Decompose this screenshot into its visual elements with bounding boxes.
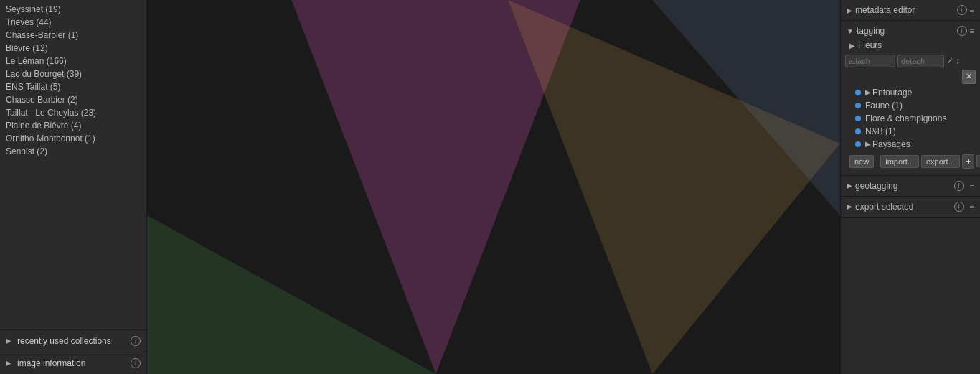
geotagging-section: ▶ geotagging i ≡ <box>841 176 980 197</box>
tag-bullet-entourage <box>855 90 861 95</box>
sidebar-item-9[interactable]: Plaine de Bièvre (4) <box>0 119 146 132</box>
tag-label-entourage: Entourage <box>872 88 912 98</box>
geotagging-label: geotagging <box>855 181 897 191</box>
tag-label-nb: N&B (1) <box>865 126 896 136</box>
photo-grid: ✕ ☆ ☆ ☆ ☆ ☆ 🙂 RW2 <box>147 0 840 6</box>
tag-attach-input[interactable] <box>845 55 895 67</box>
metadata-editor-info-icon[interactable]: i <box>957 5 967 15</box>
tag-sort-icon[interactable]: ↕ <box>956 56 960 66</box>
geotagging-arrow: ▶ <box>847 182 852 190</box>
plus-button[interactable]: + <box>962 154 975 169</box>
tag-row-flore[interactable]: Flore & champignons <box>841 112 980 125</box>
recently-used-header[interactable]: ▶ recently used collections i <box>0 333 146 349</box>
import-button[interactable]: import... <box>880 155 919 168</box>
sidebar-list[interactable]: Seyssinet (19) Trièves (44) Chasse-Barbi… <box>0 0 146 329</box>
tagging-header[interactable]: ▼ tagging i ≡ <box>841 24 980 38</box>
geotagging-info-icon[interactable]: i <box>954 181 964 191</box>
tagging-edit-icon[interactable]: ≡ <box>970 27 974 35</box>
sidebar-item-11[interactable]: Sennist (2) <box>0 145 146 158</box>
export-selected-header[interactable]: ▶ export selected i ≡ <box>841 200 980 214</box>
tagging-section: ▼ tagging i ≡ ▶ Fleurs ✓ ↕ ✕ ▶ Entourage <box>841 21 980 176</box>
tag-bullet-nb <box>855 128 861 134</box>
sidebar-item-0[interactable]: Seyssinet (19) <box>0 3 146 16</box>
export-selected-label: export selected <box>855 202 913 212</box>
svg-marker-9 <box>291 0 580 374</box>
tag-row-faune[interactable]: Faune (1) <box>841 99 980 112</box>
export-selected-edit-icon[interactable]: ≡ <box>970 202 974 212</box>
sidebar-item-3[interactable]: Bièvre (12) <box>0 42 146 55</box>
image-information-section: ▶ image information i <box>0 352 146 374</box>
metadata-editor-arrow: ▶ <box>847 6 852 14</box>
photo-grid-wrapper: ✕ ☆ ☆ ☆ ☆ ☆ 🙂 RW2 <box>147 0 840 374</box>
geotagging-edit-icon[interactable]: ≡ <box>970 181 974 191</box>
image-information-label: image information <box>17 358 85 368</box>
tag-input-row: ✓ ↕ <box>841 52 980 70</box>
tag-label-faune: Faune (1) <box>865 100 903 111</box>
recently-used-section: ▶ recently used collections i <box>0 329 146 352</box>
tag-buttons-row: new import... export... + ⊞ <box>841 151 980 172</box>
sidebar-item-2[interactable]: Chasse-Barbier (1) <box>0 29 146 42</box>
tag-check-icon[interactable]: ✓ <box>946 56 953 66</box>
recently-used-info-icon[interactable]: i <box>131 336 141 346</box>
metadata-editor-edit-icon[interactable]: ≡ <box>970 6 974 14</box>
tag-detach-input[interactable] <box>897 55 944 67</box>
fleurs-row: ▶ Fleurs <box>841 38 980 52</box>
image-information-info-icon[interactable]: i <box>131 358 141 368</box>
tag-label-flore: Flore & champignons <box>865 113 946 123</box>
image-information-arrow: ▶ <box>6 359 14 368</box>
tagging-info-icon[interactable]: i <box>957 26 967 36</box>
recently-used-label: recently used collections <box>17 336 111 346</box>
main-content: ✕ ☆ ☆ ☆ ☆ ☆ 🙂 RW2 <box>147 0 840 374</box>
export-tag-button[interactable]: export... <box>921 155 960 168</box>
recently-used-arrow: ▶ <box>6 337 14 345</box>
sidebar-item-6[interactable]: ENS Taillat (5) <box>0 80 146 93</box>
tag-bullet-flore <box>855 116 861 121</box>
image-information-header[interactable]: ▶ image information i <box>0 355 146 371</box>
export-selected-section: ▶ export selected i ≡ <box>841 197 980 218</box>
tag-row-entourage[interactable]: ▶ Entourage <box>841 86 980 99</box>
fleurs-label: Fleurs <box>858 40 882 50</box>
metadata-editor-label: metadata editor <box>855 5 915 15</box>
tag-label-paysages: Paysages <box>872 139 910 149</box>
tag-bullet-paysages <box>855 141 861 147</box>
tag-arrow-paysages: ▶ <box>865 140 871 148</box>
metadata-editor-section: ▶ metadata editor i ≡ <box>841 0 980 21</box>
export-selected-icons: i ≡ <box>954 202 974 212</box>
sidebar-item-1[interactable]: Trièves (44) <box>0 16 146 29</box>
svg-marker-11 <box>147 215 436 374</box>
grid-button[interactable]: ⊞ <box>976 155 980 167</box>
export-selected-info-icon[interactable]: i <box>954 202 964 212</box>
export-selected-arrow: ▶ <box>847 202 852 210</box>
sidebar: Seyssinet (19) Trièves (44) Chasse-Barbi… <box>0 0 147 374</box>
geotagging-header[interactable]: ▶ geotagging i ≡ <box>841 179 980 193</box>
tag-bullet-faune <box>855 103 861 108</box>
tagging-arrow: ▼ <box>847 27 854 35</box>
sidebar-item-7[interactable]: Chasse Barbier (2) <box>0 93 146 106</box>
delete-tag-button[interactable]: ✕ <box>962 70 976 84</box>
tag-row-nb[interactable]: N&B (1) <box>841 125 980 138</box>
geotagging-icons: i ≡ <box>954 181 974 191</box>
delete-tag-row: ✕ <box>841 70 980 86</box>
sidebar-item-4[interactable]: Le Léman (166) <box>0 55 146 67</box>
tagging-label: tagging <box>857 26 885 36</box>
sidebar-item-5[interactable]: Lac du Bourget (39) <box>0 67 146 80</box>
tag-arrow-entourage: ▶ <box>865 88 871 96</box>
new-tag-button[interactable]: new <box>849 155 874 168</box>
tag-row-paysages[interactable]: ▶ Paysages <box>841 138 980 151</box>
sidebar-item-8[interactable]: Taillat - Le Cheylas (23) <box>0 106 146 119</box>
right-panel: ▶ metadata editor i ≡ ▼ tagging i ≡ ▶ Fl… <box>840 0 980 374</box>
svg-marker-10 <box>508 0 840 374</box>
fleurs-arrow: ▶ <box>849 42 855 50</box>
svg-marker-12 <box>652 0 840 215</box>
sidebar-item-10[interactable]: Ornitho-Montbonnot (1) <box>0 132 146 145</box>
metadata-editor-header[interactable]: ▶ metadata editor i ≡ <box>841 3 980 17</box>
